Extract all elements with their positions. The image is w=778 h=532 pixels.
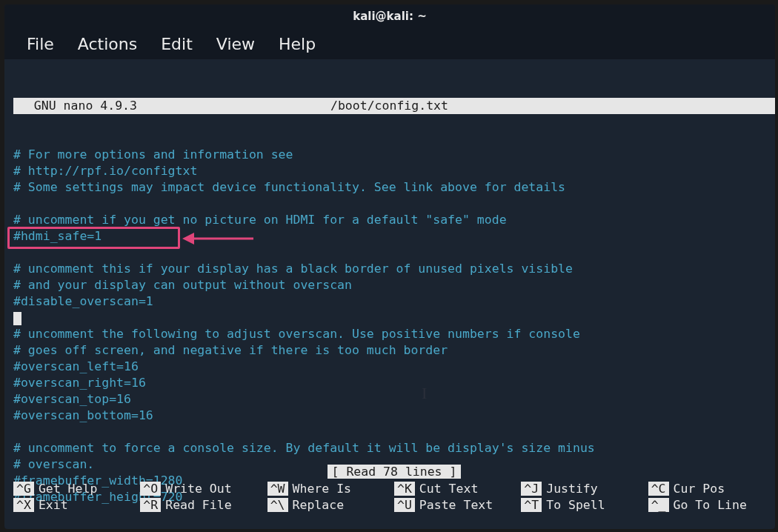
shortcut-item: ^JJustify (521, 480, 648, 496)
nano-version: GNU nano 4.9.3 (13, 98, 137, 114)
menu-edit[interactable]: Edit (150, 32, 203, 56)
shortcut-label: Get Help (39, 482, 97, 496)
nano-cursor (13, 312, 21, 325)
shortcut-key: ^W (267, 482, 288, 496)
menu-view[interactable]: View (206, 32, 265, 56)
editor-content[interactable]: # For more options and information see# … (13, 147, 775, 505)
shortcut-label: Justify (546, 482, 598, 496)
shortcut-label: Exit (39, 498, 68, 512)
editor-line[interactable]: # and your display can output without ov… (13, 277, 775, 293)
nano-footer: [ Read 78 lines ] ^GGet Help^OWrite Out^… (13, 464, 775, 513)
editor-line[interactable]: # goes off screen, and negative if there… (13, 342, 775, 359)
shortcut-label: Cut Text (419, 482, 478, 496)
editor-line[interactable]: # Some settings may impact device functi… (13, 179, 775, 196)
shortcut-label: Replace (293, 498, 345, 512)
nano-header: GNU nano 4.9.3 /boot/config.txt (13, 98, 775, 114)
editor-line[interactable] (13, 245, 775, 261)
shortcut-item: ^RRead File (140, 496, 267, 513)
shortcut-key: ^O (140, 482, 161, 496)
shortcut-label: Cur Pos (674, 482, 725, 496)
shortcut-bar: ^GGet Help^OWrite Out^WWhere Is^KCut Tex… (13, 480, 775, 513)
editor-area[interactable]: GNU nano 4.9.3 /boot/config.txt # For mo… (13, 65, 775, 529)
shortcut-key: ^T (521, 498, 542, 512)
shortcut-label: Go To Line (674, 498, 747, 512)
shortcut-key: ^_ (648, 498, 669, 512)
menu-actions[interactable]: Actions (67, 32, 147, 56)
editor-line[interactable]: #overscan_bottom=16 (13, 408, 775, 424)
editor-line[interactable]: # uncomment this if your display has a b… (13, 261, 775, 277)
menu-file[interactable]: File (16, 32, 64, 56)
editor-line[interactable] (13, 310, 775, 326)
shortcut-item: ^CCur Pos (648, 480, 775, 496)
editor-line[interactable] (13, 424, 775, 440)
shortcut-item: ^KCut Text (394, 480, 521, 496)
shortcut-label: Write Out (165, 482, 231, 496)
editor-line[interactable]: # http://rpf.io/configtxt (13, 163, 775, 179)
shortcut-key: ^K (394, 482, 415, 496)
shortcut-key: ^U (394, 498, 415, 512)
editor-line[interactable] (13, 196, 775, 212)
editor-line[interactable]: #overscan_top=16 (13, 391, 775, 408)
editor-line[interactable]: # uncomment if you get no picture on HDM… (13, 212, 775, 228)
shortcut-key: ^G (13, 482, 34, 496)
shortcut-label: Where Is (293, 482, 351, 496)
editor-line[interactable]: #hdmi_safe=1 (13, 228, 775, 245)
menubar: File Actions Edit View Help (4, 28, 775, 59)
shortcut-key: ^C (648, 482, 669, 496)
shortcut-item: ^UPaste Text (394, 496, 521, 513)
shortcut-item: ^\Replace (267, 496, 394, 513)
shortcut-item: ^_Go To Line (648, 496, 775, 513)
window-title: kali@kali: ~ (353, 10, 427, 23)
nano-status: [ Read 78 lines ] (13, 464, 775, 480)
shortcut-item: ^OWrite Out (140, 480, 267, 496)
editor-line[interactable]: #disable_overscan=1 (13, 293, 775, 310)
status-message: [ Read 78 lines ] (328, 465, 462, 479)
editor-line[interactable]: #overscan_left=16 (13, 359, 775, 375)
shortcut-key: ^J (521, 482, 542, 496)
editor-line[interactable]: #overscan_right=16 (13, 375, 775, 391)
shortcut-key: ^\ (267, 498, 288, 512)
editor-line[interactable]: # uncomment to force a console size. By … (13, 440, 775, 456)
terminal-window: kali@kali: ~ File Actions Edit View Help… (4, 4, 775, 529)
editor-line[interactable]: # For more options and information see (13, 147, 775, 163)
shortcut-item: ^TTo Spell (521, 496, 648, 513)
shortcut-key: ^R (140, 498, 161, 512)
shortcut-label: To Spell (546, 498, 605, 512)
window-titlebar: kali@kali: ~ (4, 4, 775, 28)
editor-line[interactable]: # uncomment the following to adjust over… (13, 326, 775, 342)
shortcut-item: ^GGet Help (13, 480, 140, 496)
shortcut-item: ^XExit (13, 496, 140, 513)
shortcut-label: Read File (165, 498, 231, 512)
shortcut-label: Paste Text (419, 498, 493, 512)
shortcut-item: ^WWhere Is (267, 480, 394, 496)
nano-filepath: /boot/config.txt (137, 98, 642, 114)
shortcut-key: ^X (13, 498, 34, 512)
menu-help[interactable]: Help (268, 32, 326, 56)
